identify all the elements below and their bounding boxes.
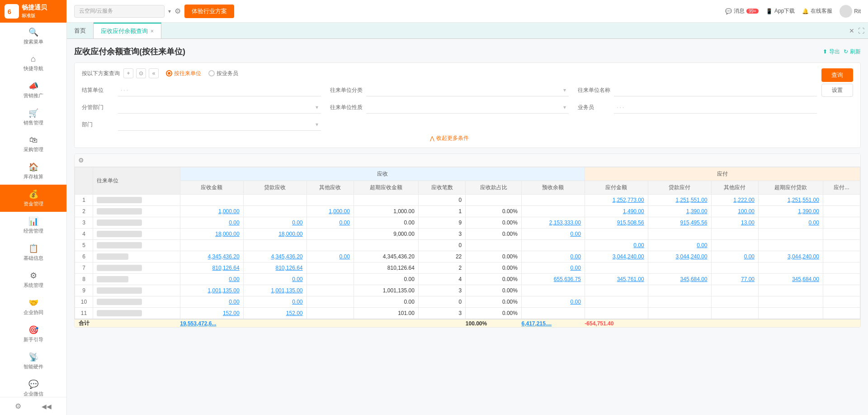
sidebar-settings-icon[interactable]: ⚙: [15, 402, 21, 410]
input-salesperson[interactable]: ···: [614, 101, 817, 114]
breadcrumb-dropdown-icon[interactable]: ▾: [168, 8, 171, 14]
row-ar-amount[interactable]: 1,001,135.00: [180, 285, 243, 296]
app-download-button[interactable]: 📱 App下载: [766, 7, 795, 15]
row-other-ar[interactable]: [307, 285, 354, 296]
user-avatar-button[interactable]: Rit: [840, 5, 861, 18]
row-loan-ar[interactable]: 4,345,436.20: [243, 251, 307, 262]
settings-gear-icon[interactable]: ⚙: [175, 7, 181, 15]
refresh-button[interactable]: ↻ 刷新: [844, 48, 861, 56]
sidebar-collapse-icon[interactable]: ◀◀: [42, 403, 52, 410]
row-loan-ar[interactable]: 0.00: [243, 296, 307, 308]
row-loan-ap[interactable]: [648, 308, 711, 320]
row-loan-ar[interactable]: 0.00: [243, 274, 307, 285]
row-prepay[interactable]: 0.00: [521, 296, 585, 308]
row-prepay[interactable]: [521, 240, 585, 251]
row-prepay[interactable]: 655,636.75: [521, 274, 585, 285]
row-loan-ar[interactable]: 810,126.64: [243, 262, 307, 274]
row-loan-ap[interactable]: [648, 296, 711, 308]
row-ap-amount[interactable]: [585, 296, 648, 308]
row-ar-amount[interactable]: 0.00: [180, 274, 243, 285]
sidebar-item-quick-nav[interactable]: ⌂ 快捷导航: [0, 50, 66, 76]
scheme-by-partner[interactable]: 按往来单位: [166, 70, 201, 77]
row-other-ar[interactable]: [307, 296, 354, 308]
row-prepay[interactable]: 2,153,333.00: [521, 217, 585, 229]
row-ap-amount[interactable]: [585, 229, 648, 240]
sidebar-item-purchase[interactable]: 🛍 采购管理: [0, 131, 66, 157]
row-loan-ar[interactable]: [243, 240, 307, 251]
row-other-ap[interactable]: [711, 240, 758, 251]
row-ap-amount[interactable]: [585, 285, 648, 296]
export-button[interactable]: ⬆ 导出: [823, 48, 840, 56]
row-loan-ap[interactable]: [648, 262, 711, 274]
row-prepay[interactable]: 0.00: [521, 229, 585, 240]
row-loan-ar[interactable]: [243, 195, 307, 206]
row-loan-ap[interactable]: 345,684.00: [648, 274, 711, 285]
collapse-scheme-icon[interactable]: «: [149, 68, 159, 78]
collapse-button[interactable]: ⋀ 收起更多条件: [430, 134, 469, 142]
sidebar-item-search-menu[interactable]: 🔍 搜索菜单: [0, 23, 66, 50]
row-overdue-ap[interactable]: [759, 296, 823, 308]
row-loan-ar[interactable]: 0.00: [243, 217, 307, 229]
row-overdue-ap[interactable]: 345,684.00: [759, 274, 823, 285]
row-ar-amount[interactable]: 18,000.00: [180, 229, 243, 240]
sidebar-item-inventory[interactable]: 🏠 库存核算: [0, 157, 66, 185]
row-ar-amount[interactable]: 0.00: [180, 296, 243, 308]
scheme-by-employee[interactable]: 按业务员: [208, 70, 238, 77]
row-other-ap[interactable]: 1,222.00: [711, 195, 758, 206]
row-other-ap[interactable]: 100.00: [711, 206, 758, 217]
sidebar-item-base-info[interactable]: 📋 基础信息: [0, 239, 66, 266]
sidebar-item-enterprise[interactable]: 🤝 企业协同: [0, 293, 66, 320]
row-ap-amount[interactable]: [585, 308, 648, 320]
notifications-button[interactable]: 💬 消息 99+: [725, 7, 759, 15]
row-ar-amount[interactable]: 152.00: [180, 308, 243, 320]
row-overdue-ap[interactable]: [759, 308, 823, 320]
tab-ar-ap-query[interactable]: 应收应付余额查询 ×: [94, 23, 161, 38]
row-loan-ar[interactable]: 1,001,135.00: [243, 285, 307, 296]
row-ar-amount[interactable]: 810,126.64: [180, 262, 243, 274]
tab-close-all-icon[interactable]: ✕: [849, 27, 854, 34]
row-overdue-ap[interactable]: 3,044,240.00: [759, 251, 823, 262]
row-ap-amount[interactable]: [585, 262, 648, 274]
settings-button[interactable]: 设置: [821, 84, 853, 97]
sidebar-item-smart-hw[interactable]: 📡 智能硬件: [0, 348, 66, 375]
row-other-ar[interactable]: [307, 240, 354, 251]
row-other-ar[interactable]: [307, 262, 354, 274]
row-overdue-ap[interactable]: [759, 229, 823, 240]
row-prepay[interactable]: 0.00: [521, 262, 585, 274]
input-dept2[interactable]: ▾: [118, 118, 321, 131]
row-other-ar[interactable]: [307, 308, 354, 320]
row-loan-ar[interactable]: 18,000.00: [243, 229, 307, 240]
edit-scheme-icon[interactable]: ⊙: [136, 68, 146, 78]
row-prepay[interactable]: [521, 195, 585, 206]
row-prepay[interactable]: [521, 308, 585, 320]
row-other-ar[interactable]: [307, 229, 354, 240]
row-other-ap[interactable]: [711, 262, 758, 274]
input-nature[interactable]: ▾: [366, 101, 569, 114]
row-other-ap[interactable]: [711, 229, 758, 240]
row-loan-ap[interactable]: 1,251,551.00: [648, 195, 711, 206]
row-loan-ap[interactable]: [648, 229, 711, 240]
tab-expand-icon[interactable]: ⛶: [858, 27, 864, 34]
row-loan-ar[interactable]: [243, 206, 307, 217]
input-dept[interactable]: ▾: [118, 101, 321, 114]
row-ar-amount[interactable]: [180, 195, 243, 206]
row-ap-amount[interactable]: 345,761.00: [585, 274, 648, 285]
row-other-ar[interactable]: [307, 274, 354, 285]
tab-close-icon[interactable]: ×: [151, 28, 154, 34]
row-other-ar[interactable]: 1,000.00: [307, 206, 354, 217]
row-other-ap[interactable]: [711, 308, 758, 320]
row-other-ar[interactable]: 0.00: [307, 217, 354, 229]
row-ap-amount[interactable]: 1,252,773.00: [585, 195, 648, 206]
row-other-ap[interactable]: 77.00: [711, 274, 758, 285]
sidebar-item-sales[interactable]: 🛒 销售管理: [0, 104, 66, 131]
input-partner-category[interactable]: ▾: [366, 84, 569, 96]
sidebar-item-wechat[interactable]: 💬 企业微信: [0, 375, 66, 397]
row-loan-ap[interactable]: 0.00: [648, 240, 711, 251]
tab-home[interactable]: 首页: [67, 23, 94, 38]
row-overdue-ap[interactable]: 1,390.00: [759, 206, 823, 217]
row-overdue-ap[interactable]: [759, 262, 823, 274]
row-loan-ar[interactable]: 152.00: [243, 308, 307, 320]
row-loan-ap[interactable]: 1,390.00: [648, 206, 711, 217]
row-ap-amount[interactable]: 1,490.00: [585, 206, 648, 217]
row-prepay[interactable]: [521, 206, 585, 217]
